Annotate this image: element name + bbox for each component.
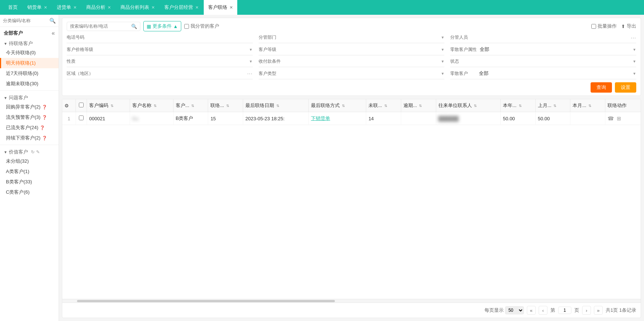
filter-retail-value[interactable]: 全部 ▼: [479, 70, 636, 77]
page-input[interactable]: [558, 307, 571, 314]
col-this-month[interactable]: 本月... ⇅: [570, 99, 605, 112]
sidebar-search-input[interactable]: [3, 18, 48, 23]
filter-retail-attr-value[interactable]: 全部 ▼: [480, 46, 636, 53]
filter-nature-value[interactable]: ▼: [95, 59, 253, 63]
filter-retail-attr-label: 零散客户属性: [450, 46, 477, 53]
row-checkbox[interactable]: [79, 115, 84, 120]
row-action-grid-icon[interactable]: ⊞: [617, 115, 621, 121]
sidebar-item-declining[interactable]: 持续下滑客户(2) ❓: [0, 133, 59, 143]
value-group-refresh-icon[interactable]: ↻: [31, 149, 35, 155]
sidebar-item-repurchase[interactable]: 回购异常客户(2) ❓: [0, 102, 59, 112]
my-customers-checkbox-wrap[interactable]: 我分管的客户: [184, 23, 219, 30]
sidebar-search-icon[interactable]: 🔍: [49, 18, 56, 24]
nav-product-analysis-close[interactable]: ✕: [108, 5, 111, 10]
row-last-method-link[interactable]: 下销货单: [311, 115, 330, 121]
sidebar-item-churn-warning[interactable]: 流失预警客户(3) ❓: [0, 112, 59, 122]
col-unlinked[interactable]: 未联... ⇅: [366, 99, 401, 112]
col-this-month-sort: ⇅: [588, 104, 591, 108]
sidebar-group-problem[interactable]: ▼ 问题客户: [0, 92, 59, 102]
col-contact-person[interactable]: 往来单位联系人 ⇅: [436, 99, 501, 112]
nav-purchase-close[interactable]: ✕: [73, 5, 77, 10]
nav-customer-segmentation[interactable]: 客户分层经营 ✕: [160, 0, 203, 15]
value-group-edit-icon[interactable]: ✎: [36, 149, 40, 155]
filter-status: 状态 ▼: [450, 58, 636, 67]
col-name-sort: ⇅: [154, 104, 157, 108]
table-header-row: ⚙ 客户编码 ⇅ 客户名称 ⇅: [62, 99, 641, 112]
col-gear[interactable]: ⚙: [62, 99, 76, 112]
first-page-btn[interactable]: «: [527, 306, 536, 315]
batch-operation-btn[interactable]: 批量操作: [591, 23, 617, 30]
repurchase-help-icon[interactable]: ❓: [42, 105, 47, 110]
nav-home[interactable]: 首页: [4, 0, 22, 15]
nav-customer-contact[interactable]: 客户联络 ✕: [204, 0, 237, 15]
per-page-select[interactable]: 50 100 200: [505, 306, 524, 314]
col-type[interactable]: 客户... ⇅: [173, 99, 208, 112]
sidebar-collapse-btn[interactable]: «: [52, 30, 55, 37]
declining-help-icon[interactable]: ❓: [42, 136, 47, 141]
prev-page-btn[interactable]: ‹: [539, 306, 547, 315]
nav-purchase-order[interactable]: 进货单 ✕: [52, 0, 81, 15]
churned-help-icon[interactable]: ❓: [40, 125, 45, 130]
sidebar-item-overdue[interactable]: 逾期未联络(30): [0, 79, 59, 89]
filter-price-level-value[interactable]: ▼: [96, 48, 253, 52]
table-row: 1 000021 Ea B类客户 15 2023-05-23 18:25:: [62, 112, 641, 125]
sidebar-group-pending[interactable]: ▼ 待联络客户: [0, 38, 59, 48]
filter-customer-type-value[interactable]: ▼: [287, 72, 445, 76]
filter-payment-value[interactable]: ▼: [287, 59, 445, 63]
nav-sales-order-label: 销货单: [27, 4, 42, 11]
filter-region-value[interactable]: ···: [96, 70, 253, 76]
nav-product-analysis-list-close[interactable]: ✕: [151, 5, 155, 10]
search-input[interactable]: [70, 24, 130, 29]
col-code[interactable]: 客户编码 ⇅: [87, 99, 130, 112]
nav-customer-segmentation-close[interactable]: ✕: [195, 5, 199, 10]
last-page-btn[interactable]: »: [594, 306, 603, 315]
sidebar-item-tomorrow[interactable]: 明天待联络(1): [0, 58, 59, 68]
sidebar-item-churned[interactable]: 已流失客户(24) ❓: [0, 122, 59, 133]
filter-customer-level-value[interactable]: ▼: [287, 48, 445, 52]
col-year-amount[interactable]: 本年... ⇅: [501, 99, 536, 112]
col-last-method[interactable]: 最后联络方式 ⇅: [309, 99, 366, 112]
nav-sales-order[interactable]: 销货单 ✕: [23, 0, 52, 15]
page-suffix: 页: [574, 307, 579, 314]
filter-retail-attr: 零散客户属性 全部 ▼: [450, 46, 636, 55]
search-icon[interactable]: 🔍: [131, 24, 137, 29]
filter-person-value[interactable]: ···: [479, 35, 636, 41]
col-name[interactable]: 客户名称 ⇅: [130, 99, 173, 112]
export-btn[interactable]: ⬆ 导出: [621, 23, 636, 30]
my-customers-checkbox[interactable]: [184, 24, 189, 29]
churn-warning-help-icon[interactable]: ❓: [42, 115, 47, 120]
select-all-checkbox[interactable]: [79, 103, 84, 107]
col-last-date[interactable]: 最后联络日期 ⇅: [243, 99, 309, 112]
sidebar-item-7days[interactable]: 近7天待联络(0): [0, 68, 59, 79]
sidebar-item-c-class[interactable]: C类客户(6): [0, 187, 59, 197]
next-page-btn[interactable]: ›: [582, 306, 591, 315]
row-last-method[interactable]: 下销货单: [309, 112, 366, 125]
reset-button[interactable]: 设置: [615, 82, 636, 93]
nav-product-analysis-list[interactable]: 商品分析列表 ✕: [116, 0, 159, 15]
sidebar-group-value[interactable]: ▼ 价值客户 ↻ ✎: [0, 146, 59, 156]
nav-sales-order-close[interactable]: ✕: [44, 5, 47, 10]
col-overdue[interactable]: 逾期... ⇅: [401, 99, 436, 112]
filter-dept: 分管部门 ▼: [259, 34, 445, 43]
col-last-month[interactable]: 上月... ⇅: [535, 99, 570, 112]
query-button[interactable]: 查询: [591, 82, 612, 93]
nav-customer-contact-close[interactable]: ✕: [230, 5, 233, 10]
batch-checkbox[interactable]: [591, 24, 596, 29]
problem-group-arrow: ▼: [4, 96, 7, 100]
filter-retail-chevron: ▼: [633, 72, 636, 76]
filter-status-value[interactable]: ▼: [479, 59, 636, 63]
row-num: 1: [62, 112, 76, 125]
nav-product-analysis[interactable]: 商品分析 ✕: [82, 0, 115, 15]
more-conditions-btn[interactable]: ▦ 更多条件 ▲: [143, 21, 181, 31]
col-contact-num[interactable]: 联络... ⇅: [208, 99, 243, 112]
sidebar-item-b-class[interactable]: B类客户(33): [0, 177, 59, 187]
gear-icon[interactable]: ⚙: [64, 103, 69, 108]
export-label: 导出: [627, 23, 636, 30]
horizontal-scrollbar[interactable]: [62, 299, 641, 303]
sidebar-item-today[interactable]: 今天待联络(0): [0, 48, 59, 58]
filter-dept-value[interactable]: ▼: [287, 35, 445, 39]
scrollbar-thumb[interactable]: [77, 300, 335, 302]
sidebar-item-a-class[interactable]: A类客户(1): [0, 166, 59, 177]
sidebar-item-ungrouped[interactable]: 未分组(32): [0, 156, 59, 166]
row-action-phone-icon[interactable]: ☎: [608, 115, 614, 121]
